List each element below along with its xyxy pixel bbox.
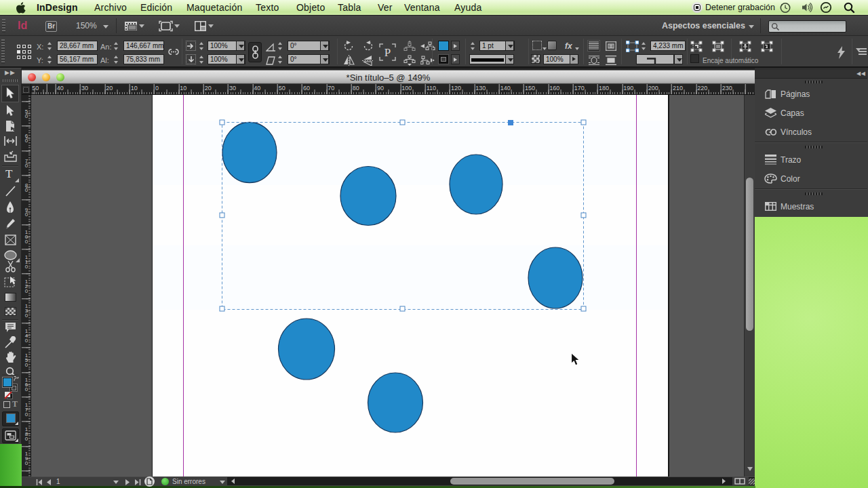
svg-text:P: P — [384, 46, 391, 59]
